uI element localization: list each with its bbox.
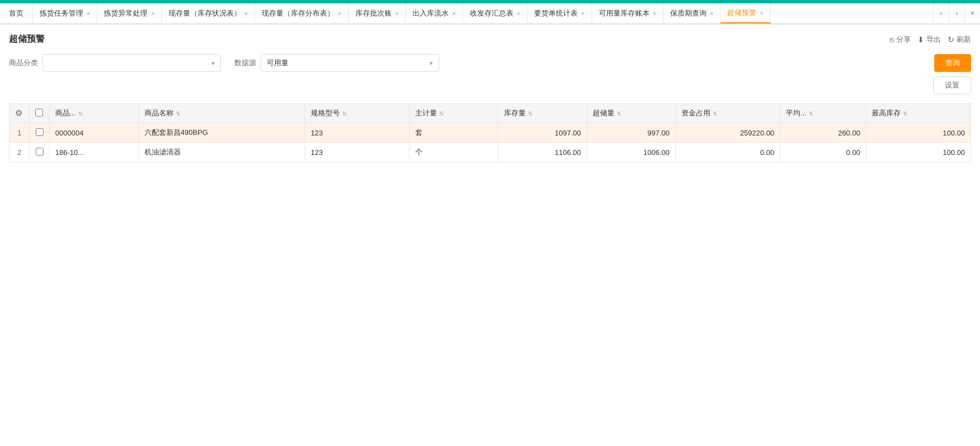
category-label: 商品分类 [9, 58, 38, 68]
nav-close-arrow[interactable]: × [964, 3, 980, 25]
category-select[interactable]: ▾ [42, 54, 221, 72]
tab-label: 库存批次账 [356, 8, 392, 18]
tab-yhtj[interactable]: 要货单统计表 × [527, 3, 592, 23]
tab-kpz[interactable]: 库存批次账 × [349, 3, 406, 23]
close-icon[interactable]: × [87, 10, 90, 17]
select-all-checkbox[interactable] [35, 109, 43, 117]
tab-crkls[interactable]: 出入库流水 × [406, 3, 463, 23]
row-code: 186-10... [50, 143, 139, 162]
close-icon[interactable]: × [151, 10, 154, 17]
close-icon[interactable]: × [581, 10, 584, 17]
page-title: 超储预警 [9, 33, 45, 45]
tab-label: 收发存汇总表 [470, 8, 513, 18]
th-maxstock[interactable]: 最高库存 ⇅ [866, 104, 971, 123]
row-checkbox[interactable] [36, 148, 44, 156]
row-spec: 123 [305, 123, 410, 143]
query-button[interactable]: 查询 [934, 54, 971, 72]
th-avg-label: 平均... [786, 108, 806, 118]
close-icon[interactable]: × [710, 10, 713, 17]
share-icon: ⎋ [890, 35, 894, 44]
th-name[interactable]: 商品名称 ⇅ [138, 104, 305, 123]
close-icon[interactable]: × [338, 10, 341, 17]
tab-ccyj[interactable]: 超储预警 × [720, 3, 770, 23]
nav-arrows: ‹ › × [933, 3, 980, 25]
close-icon[interactable]: × [244, 10, 248, 17]
row-name: 机油滤清器 [138, 143, 305, 162]
row-avg: 260.00 [780, 123, 866, 143]
tab-label: 要货单统计表 [534, 8, 578, 18]
table-row: 1 0000004 六配套新昌490BPG 123 套 1097.00 997.… [9, 123, 971, 143]
table-row: 2 186-10... 机油滤清器 123 个 1106.00 1006.00 … [9, 143, 971, 162]
settings-button[interactable]: 设置 [933, 76, 971, 94]
th-maxstock-label: 最高库存 [872, 108, 901, 118]
share-action[interactable]: ⎋ 分享 [890, 35, 911, 45]
row-capital: 0.00 [675, 143, 780, 162]
th-name-label: 商品名称 [145, 108, 174, 118]
share-label: 分享 [896, 35, 911, 45]
nav-prev-arrow[interactable]: ‹ [933, 3, 949, 25]
row-capital: 259220.00 [675, 123, 780, 143]
th-spec[interactable]: 规格型号 ⇅ [305, 104, 410, 123]
sort-icon: ⇅ [342, 110, 347, 117]
row-stock: 1097.00 [498, 123, 587, 143]
row-overflow: 997.00 [587, 123, 675, 143]
tab-label: 可用量库存账本 [599, 8, 650, 18]
row-checkbox-cell[interactable] [30, 123, 50, 143]
close-icon[interactable]: × [452, 10, 455, 17]
table-header-row: ⚙ 商品... ⇅ 商品名称 ⇅ [9, 104, 971, 123]
datasource-filter-group: 数据源 可用量 ▾ [234, 54, 439, 72]
row-maxstock: 100.00 [866, 123, 971, 143]
th-capital[interactable]: 资金占用 ⇅ [675, 104, 780, 123]
row-overflow: 1006.00 [587, 143, 675, 162]
data-table: ⚙ 商品... ⇅ 商品名称 ⇅ [9, 103, 971, 162]
tab-lhgl[interactable]: 拣货任务管理 × [33, 3, 97, 23]
th-spec-label: 规格型号 [311, 108, 340, 118]
close-icon[interactable]: × [517, 10, 520, 17]
row-checkbox-cell[interactable] [30, 143, 50, 162]
tab-xcfb[interactable]: 现存量（库存分布表） × [255, 3, 348, 23]
tab-label: 拣货异常处理 [104, 8, 147, 18]
row-unit: 套 [410, 123, 498, 143]
nav-home[interactable]: 首页 [0, 3, 33, 23]
nav-next-arrow[interactable]: › [949, 3, 964, 25]
tab-bzcx[interactable]: 保质期查询 × [664, 3, 720, 23]
row-index: 2 [9, 143, 30, 162]
th-code[interactable]: 商品... ⇅ [50, 104, 139, 123]
th-overflow-label: 超储量 [593, 108, 614, 118]
tab-lhyc[interactable]: 拣货异常处理 × [97, 3, 161, 23]
tab-label: 现存量（库存分布表） [262, 8, 334, 18]
export-action[interactable]: ⬇ 导出 [917, 35, 941, 45]
datasource-select[interactable]: 可用量 ▾ [261, 54, 439, 72]
row-avg: 0.00 [780, 143, 866, 162]
th-overflow[interactable]: 超储量 ⇅ [587, 104, 675, 123]
sort-icon: ⇅ [528, 110, 532, 117]
close-icon[interactable]: × [653, 10, 656, 17]
th-stock-label: 库存量 [504, 108, 526, 118]
tab-kylkb[interactable]: 可用量库存账本 × [592, 3, 664, 23]
row-code: 0000004 [50, 123, 139, 143]
close-icon[interactable]: × [395, 10, 398, 17]
tab-sdhz[interactable]: 收发存汇总表 × [463, 3, 527, 23]
refresh-action[interactable]: ↻ 刷新 [948, 35, 971, 45]
th-avg[interactable]: 平均... ⇅ [780, 104, 866, 123]
th-checkbox[interactable] [30, 104, 50, 123]
close-icon[interactable]: × [760, 9, 763, 16]
th-unit[interactable]: 主计量 ⇅ [410, 104, 498, 123]
refresh-label: 刷新 [957, 35, 971, 45]
sort-icon: ⇅ [439, 110, 444, 117]
row-unit: 个 [410, 143, 498, 162]
row-maxstock: 100.00 [866, 143, 971, 162]
row-checkbox[interactable] [36, 128, 44, 136]
th-stock[interactable]: 库存量 ⇅ [498, 104, 587, 123]
row-index: 1 [9, 123, 30, 143]
th-gear[interactable]: ⚙ [9, 104, 30, 123]
refresh-icon: ↻ [948, 35, 954, 44]
tab-label: 现存量（库存状况表） [169, 8, 241, 18]
sort-icon: ⇅ [617, 110, 621, 117]
tab-label: 出入库流水 [412, 8, 449, 18]
datasource-label: 数据源 [234, 58, 256, 68]
sort-icon: ⇅ [713, 110, 717, 117]
row-name: 六配套新昌490BPG [138, 123, 305, 143]
gear-icon[interactable]: ⚙ [15, 108, 22, 118]
tab-xczl[interactable]: 现存量（库存状况表） × [162, 3, 255, 23]
